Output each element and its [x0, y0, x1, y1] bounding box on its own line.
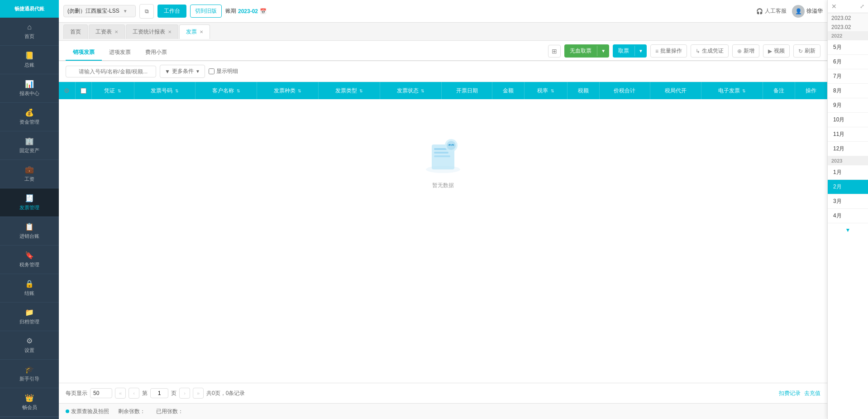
- tab-payroll-close[interactable]: ✕: [114, 29, 118, 34]
- billing-record-link[interactable]: 扣费记录: [779, 390, 801, 397]
- th-tax-rate[interactable]: 税率 ⇅: [525, 82, 567, 99]
- tab-home[interactable]: 首页: [63, 24, 88, 39]
- sidebar-item-ledger[interactable]: 📒 总账: [0, 46, 59, 74]
- th-invoice-type[interactable]: 发票种类 ⇅: [257, 82, 319, 99]
- th-open-date[interactable]: 开票日期: [441, 82, 492, 99]
- th-invoice-status[interactable]: 发票状态 ⇅: [380, 82, 441, 99]
- add-button[interactable]: ⊕ 新增: [732, 44, 759, 58]
- show-detail-check-input[interactable]: [209, 68, 215, 74]
- video-button[interactable]: ▶ 视频: [763, 44, 790, 58]
- sort-icon: ⇅: [118, 89, 121, 93]
- refresh-button[interactable]: ↻ 刷新: [793, 44, 820, 58]
- show-detail-checkbox[interactable]: 显示明细: [209, 67, 238, 75]
- workbench-button[interactable]: 工作台: [157, 5, 186, 18]
- sidebar-item-reports[interactable]: 📊 报表中心: [0, 74, 59, 103]
- th-invoice-no[interactable]: 发票号码 ⇅: [134, 82, 196, 99]
- th-voucher[interactable]: 凭证 ⇅: [91, 82, 134, 99]
- company-selector[interactable]: (勿删）江西服宝-LSS ▼: [63, 5, 136, 17]
- period-month-9[interactable]: 9月: [828, 98, 868, 113]
- th-amount[interactable]: 金额: [492, 82, 525, 99]
- layout-icon-button[interactable]: ⊞: [548, 45, 561, 58]
- copy-button[interactable]: ⧉: [139, 4, 154, 19]
- period-month-2023-3[interactable]: 3月: [828, 194, 868, 209]
- sidebar-item-closing[interactable]: 🔒 结账: [0, 274, 59, 303]
- nav-prev[interactable]: ‹: [129, 388, 139, 399]
- sales-ledger-icon: 📋: [25, 222, 34, 231]
- sub-tab-purchase[interactable]: 进项发票: [102, 45, 138, 61]
- remaining-label: 剩余张数：: [118, 408, 145, 415]
- settings-icon: ⚙: [26, 337, 33, 345]
- th-invoice-category[interactable]: 发票类型 ⇅: [319, 82, 380, 99]
- video-icon: ▶: [768, 48, 772, 54]
- th-tax[interactable]: 税额: [567, 82, 599, 99]
- take-ticket-button[interactable]: 取票 ▼: [613, 44, 647, 58]
- period-label: 账期: [225, 7, 236, 15]
- period-month-11[interactable]: 11月: [828, 127, 868, 142]
- tab-payroll[interactable]: 工资表 ✕: [89, 24, 125, 39]
- period-month-12[interactable]: 12月: [828, 142, 868, 156]
- filter-button[interactable]: ▼ 更多条件 ▼: [160, 65, 205, 78]
- sub-tab-expense[interactable]: 费用小票: [138, 45, 174, 61]
- used-label: 已用张数：: [156, 408, 183, 415]
- sidebar-item-invoice[interactable]: 🧾 发票管理: [0, 188, 59, 217]
- no-cancel-ticket-button[interactable]: 无血取票 ▼: [564, 44, 609, 58]
- gen-voucher-button[interactable]: ↳ 生成凭证: [691, 44, 729, 58]
- period-month-5[interactable]: 5月: [828, 40, 868, 55]
- recharge-link[interactable]: 去充值: [804, 390, 820, 397]
- period-panel-expand[interactable]: ⤢: [860, 3, 864, 10]
- tab-payroll-stats[interactable]: 工资统计报表 ✕: [126, 24, 178, 39]
- period-panel-nav-down[interactable]: ▼: [828, 223, 868, 237]
- take-ticket-chevron[interactable]: ▼: [634, 46, 647, 56]
- th-tax-code[interactable]: 税局代开: [650, 82, 701, 99]
- search-toolbar: 🔍 ▼ 更多条件 ▼ 显示明细: [59, 61, 827, 82]
- th-e-invoice[interactable]: 电子发票 ⇅: [701, 82, 763, 99]
- sub-tab-sales[interactable]: 销项发票: [66, 45, 102, 61]
- th-customer[interactable]: 客户名称 ⇅: [196, 82, 257, 99]
- period-month-10[interactable]: 10月: [828, 113, 868, 127]
- page-input[interactable]: [150, 388, 168, 398]
- th-amount-tax[interactable]: 价税合计: [599, 82, 650, 99]
- tab-payroll-stats-close[interactable]: ✕: [168, 29, 172, 34]
- sidebar-item-fixed-assets[interactable]: 🏢 固定资产: [0, 131, 59, 160]
- th-gear[interactable]: ⚙: [59, 82, 75, 99]
- no-cancel-ticket-chevron[interactable]: ▼: [597, 46, 609, 56]
- invoice-icon: 🧾: [25, 194, 34, 202]
- th-remark[interactable]: 备注: [763, 82, 795, 99]
- headset-icon: 🎧: [756, 8, 763, 14]
- tab-invoice-close[interactable]: ✕: [200, 29, 203, 34]
- period-month-2023-2[interactable]: 2月: [828, 180, 868, 194]
- sidebar-collapse[interactable]: ◀◀ 取消固定: [0, 417, 59, 419]
- period-group-2023: 2023: [828, 156, 868, 165]
- sidebar-item-label: 进销台账: [19, 233, 39, 240]
- nav-first[interactable]: «: [115, 388, 126, 399]
- per-page-select[interactable]: 10 20 50 100: [90, 388, 112, 398]
- period-month-6[interactable]: 6月: [828, 55, 868, 69]
- period-month-7[interactable]: 7月: [828, 69, 868, 84]
- period-panel-close[interactable]: ✕: [831, 3, 837, 10]
- batch-ops-button[interactable]: ≡ 批量操作: [650, 44, 687, 58]
- period-month-2023-1[interactable]: 1月: [828, 165, 868, 180]
- customer-service-button[interactable]: 🎧 人工客服: [756, 7, 787, 15]
- sidebar-item-guide[interactable]: 🎓 新手引导: [0, 360, 59, 388]
- period-month-8[interactable]: 8月: [828, 84, 868, 98]
- sidebar-item-settings[interactable]: ⚙ 设置: [0, 331, 59, 360]
- sidebar-item-payroll[interactable]: 💼 工资: [0, 160, 59, 188]
- period-month-2023-4[interactable]: 4月: [828, 209, 868, 223]
- tab-invoice[interactable]: 发票 ✕: [179, 24, 210, 39]
- search-input[interactable]: [66, 66, 156, 77]
- sidebar-item-member[interactable]: 👑 畅会员: [0, 388, 59, 417]
- user-menu[interactable]: 👤 徐溢华: [792, 5, 823, 18]
- member-icon: 👑: [25, 394, 34, 402]
- app-logo[interactable]: 畅捷通易代账: [0, 0, 59, 18]
- switch-version-button[interactable]: 切到旧版: [190, 5, 222, 18]
- gen-voucher-icon: ↳: [696, 48, 700, 54]
- sidebar-item-tax[interactable]: 🔖 税务管理: [0, 246, 59, 274]
- nav-last[interactable]: »: [193, 388, 204, 399]
- sidebar-item-archive[interactable]: 📁 归档管理: [0, 303, 59, 331]
- select-all-checkbox[interactable]: [81, 88, 86, 94]
- sidebar-item-funds[interactable]: 💰 资金管理: [0, 103, 59, 131]
- sidebar-item-sales-ledger[interactable]: 📋 进销台账: [0, 217, 59, 246]
- nav-next[interactable]: ›: [179, 388, 190, 399]
- th-checkbox[interactable]: [75, 82, 91, 99]
- sidebar-item-home[interactable]: ⌂ 首页: [0, 18, 59, 46]
